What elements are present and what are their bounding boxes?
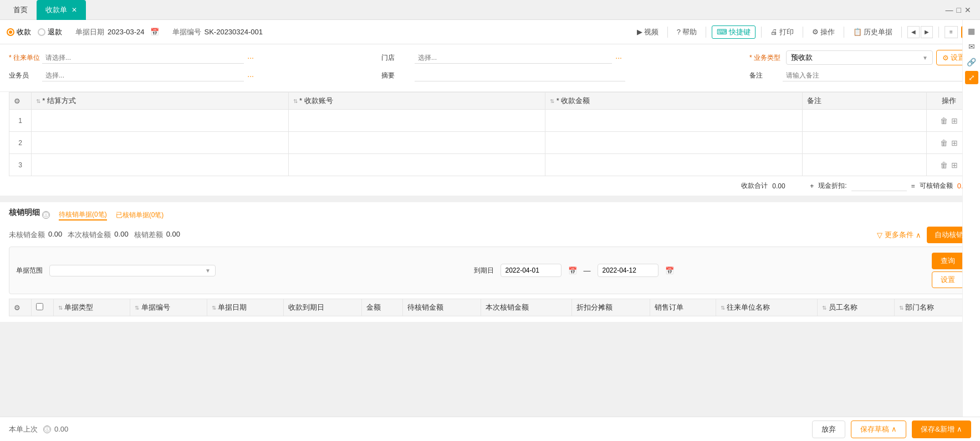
minimize-icon[interactable]: — [946,6,953,14]
due-date-to-input[interactable] [598,264,659,277]
verify-settings-btn[interactable]: 设置 [932,271,964,288]
salesperson-input[interactable] [42,70,244,81]
settlement-cell-3[interactable] [32,154,289,176]
divider5 [844,27,844,38]
stat-current: 本次核销金额 0.00 [68,230,128,240]
next-btn[interactable]: ▶ [921,26,933,38]
remark-cell-1[interactable] [803,110,927,132]
divider2 [706,27,706,38]
discard-btn[interactable]: 放弃 [812,421,845,438]
stat-diff: 核销差额 0.00 [134,230,180,240]
more-conditions-btn[interactable]: ▽ 更多条件 ∧ [877,230,921,240]
list-view-btn[interactable]: ≡ [945,26,958,38]
settlement-cell-2[interactable] [32,132,289,154]
query-btn[interactable]: 查询 [932,253,964,269]
amount-cell-1[interactable] [545,110,803,132]
receipt-radio[interactable]: 收款 [7,27,31,37]
account-cell-3[interactable] [288,154,545,176]
amount-verify-col: 金额 [362,299,403,316]
print-btn[interactable]: 🖨 打印 [767,26,797,38]
video-btn[interactable]: ▶ 视频 [634,26,662,38]
amount-cell-3[interactable] [545,154,803,176]
verify-table-container: ⚙ ⇅ 单据类型 ⇅ 单据编号 [9,299,971,316]
date-from-calendar-icon[interactable]: 📅 [568,266,577,275]
receipt-table: ⚙ ⇅ * 结算方式 ⇅ * 收款账号 ⇅ * 收款金额 [9,92,971,176]
shortcut-btn[interactable]: ⌨ 快捷键 [712,25,756,39]
store-input[interactable] [415,52,612,64]
total-value: 0.00 [772,182,805,190]
counterpart-input[interactable] [42,52,244,64]
sidebar-expand-icon[interactable]: ⤢ [965,71,978,84]
delete-icon-2[interactable]: 🗑 [940,139,948,147]
refund-radio[interactable]: 退款 [38,27,62,37]
verify-tab-pending[interactable]: 待核销单据(0笔) [59,210,107,221]
maximize-icon[interactable]: □ [957,6,961,14]
footer: 本单上次 ⓘ 0.00 放弃 保存草稿 ∧ 保存&新增 ∧ [0,417,980,441]
main-content: * 往来单位 ··· 门店 ··· * 业务类型 预收款 ▼ ⚙ 设置 [0,44,980,322]
close-window-icon[interactable]: ✕ [964,6,971,14]
employee-col: ⇅ 员工名称 [818,299,894,316]
tab-receipt[interactable]: 收款单 ✕ [37,0,86,20]
verify-tab-done[interactable]: 已核销单据(0笔) [116,211,164,220]
stat-unverified: 未核销金额 0.00 [9,230,62,240]
due-date-from-input[interactable] [501,264,562,277]
close-tab-icon[interactable]: ✕ [72,6,77,14]
history-btn[interactable]: 📋 历史单据 [850,26,896,38]
keyboard-icon: ⌨ [717,28,727,36]
last-order-value: 0.00 [54,425,68,433]
divider [667,27,668,38]
verify-check-all[interactable] [36,303,43,310]
discount-input[interactable] [851,181,907,191]
filter-right: ▽ 更多条件 ∧ 自动核销 [877,227,971,243]
due-date-col: 收款到期日 [284,299,362,316]
verify-gear-icon[interactable]: ⚙ [14,304,21,312]
remark-cell-3[interactable] [803,154,927,176]
verify-gear-col: ⚙ [9,299,32,316]
sidebar-link-icon[interactable]: 🔗 [965,55,978,69]
salesperson-label: 业务员 [9,71,42,80]
save-new-btn[interactable]: 保存&新增 ∧ [912,421,971,438]
nav-arrows: ◀ ▶ [907,26,933,38]
store-more-btn[interactable]: ··· [612,53,625,62]
prev-btn[interactable]: ◀ [907,26,920,38]
print-icon: 🖨 [770,28,778,36]
business-type-select[interactable]: 预收款 ▼ [786,50,933,65]
amount-cell-2[interactable] [545,132,803,154]
tab-home[interactable]: 首页 [4,0,37,20]
save-draft-btn[interactable]: 保存草稿 ∧ [851,421,906,438]
single-date-value[interactable]: 2023-03-24 [108,28,145,36]
last-order-label: 本单上次 [9,424,38,434]
footer-left: 本单上次 ⓘ 0.00 [9,424,68,434]
copy-icon-3[interactable]: ⊞ [951,161,958,170]
account-cell-2[interactable] [288,132,545,154]
range-select[interactable]: ▼ [49,265,216,276]
table-row: 3 🗑 ⊞ [9,154,971,176]
table-gear-icon[interactable]: ⚙ [14,97,21,105]
account-cell-1[interactable] [288,110,545,132]
calendar-icon[interactable]: 📅 [150,28,159,36]
date-to-calendar-icon[interactable]: 📅 [665,266,674,275]
remark-cell-2[interactable] [803,132,927,154]
delete-icon-3[interactable]: 🗑 [940,161,948,170]
footer-info-icon[interactable]: ⓘ [43,425,51,433]
counterpart-more-btn[interactable]: ··· [244,53,257,62]
settlement-cell-1[interactable] [32,110,289,132]
help-btn[interactable]: ? 帮助 [673,26,700,38]
remark-input[interactable] [783,70,971,81]
divider4 [803,27,803,38]
account-col-header: ⇅ * 收款账号 [288,93,545,110]
save-draft-chevron-icon: ∧ [891,425,897,433]
form-row-1: * 往来单位 ··· 门店 ··· * 业务类型 预收款 ▼ ⚙ 设置 [9,50,971,65]
operation-btn[interactable]: ⚙ 操作 [809,26,838,38]
single-no-value: SK-20230324-001 [205,28,263,36]
filter-icon: ▽ [877,231,882,239]
sidebar-table-icon[interactable]: ▦ [965,24,978,38]
remark-col-header: 备注 [803,93,927,110]
sidebar-mail-icon[interactable]: ✉ [965,40,978,53]
copy-icon-2[interactable]: ⊞ [951,139,958,147]
summary-input[interactable] [415,70,625,81]
delete-icon-1[interactable]: 🗑 [940,116,948,125]
copy-icon-1[interactable]: ⊞ [951,116,958,125]
salesperson-more-btn[interactable]: ··· [244,71,257,80]
verify-info-icon[interactable]: ⓘ [42,211,50,219]
